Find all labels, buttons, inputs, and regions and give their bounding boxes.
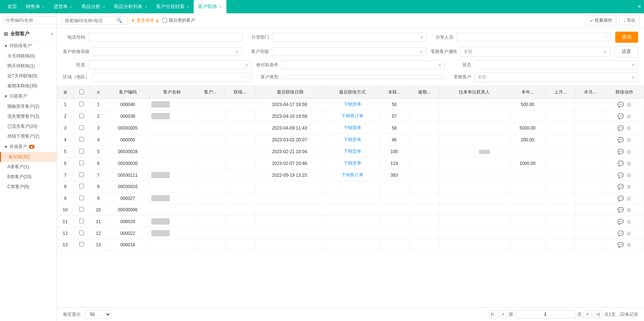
last-method-link[interactable]: 下销货单 [344, 149, 361, 154]
tab-customer-segment[interactable]: 客户分层经客 × [152, 0, 194, 13]
grid-action-icon[interactable]: ⊞ [627, 160, 631, 166]
staff-select[interactable]: ··· [456, 33, 611, 42]
message-icon[interactable]: 💬 [617, 195, 624, 201]
sidebar-item-overdue-pending[interactable]: 逾期未联络(30) [0, 81, 57, 91]
last-method-link[interactable]: 下销货单 [344, 160, 361, 166]
grid-action-icon[interactable]: ⊞ [627, 230, 631, 236]
last-method-link[interactable]: 下销货单 [344, 125, 361, 130]
sidebar-group-pending-title[interactable]: ▼ 待联络客户 [0, 40, 57, 51]
sidebar-item-today-pending[interactable]: 今天待联络(0) [0, 51, 57, 61]
grid-action-icon[interactable]: ⊞ [627, 113, 631, 119]
grid-action-icon[interactable]: ⊞ [627, 195, 631, 201]
dept-select[interactable]: ∨ [272, 33, 427, 42]
sidebar-item-churn-warning[interactable]: 流失预警客户(3) [0, 112, 57, 121]
sidebar-group-value-title[interactable]: ▼ 价值客户 ● [0, 141, 57, 152]
tab-analysis-list[interactable]: 商品分析列表 × [109, 0, 151, 13]
grid-action-icon[interactable]: ⊞ [627, 172, 631, 178]
window-close-button[interactable]: × [638, 3, 641, 10]
sidebar-item-class-a[interactable]: A类客户(1) [0, 162, 57, 172]
retail-attr-select[interactable]: 全部 ∨ [460, 47, 610, 57]
sidebar-item-tomorrow-pending[interactable]: 明天待联络(1) [0, 61, 57, 71]
tab-customer-contact[interactable]: 客户联络 × [194, 0, 226, 13]
sidebar-item-declining[interactable]: 持续下滑客户(2) [0, 131, 57, 141]
message-icon[interactable]: 💬 [617, 149, 624, 155]
message-icon[interactable]: 💬 [617, 113, 624, 119]
sidebar-item-class-c[interactable]: C类客户(6) [0, 182, 57, 192]
tab-sales[interactable]: 销售单 × [21, 0, 49, 13]
more-conditions-button[interactable]: ▼ 更多条件 ▲ [131, 17, 159, 24]
grid-action-icon[interactable]: ⊞ [627, 102, 631, 107]
sidebar-item-7day-pending[interactable]: 近7天待联络(0) [0, 71, 57, 81]
row-checkbox[interactable] [79, 102, 84, 106]
last-method-link[interactable]: 下销货单 [344, 137, 361, 142]
message-icon[interactable]: 💬 [617, 242, 624, 248]
grid-action-icon[interactable]: ⊞ [627, 219, 631, 225]
tab-analysis[interactable]: 商品分析 × [77, 0, 109, 13]
message-icon[interactable]: 💬 [617, 184, 624, 190]
message-icon[interactable]: 💬 [617, 102, 624, 107]
grid-action-icon[interactable]: ⊞ [627, 242, 631, 248]
export-button[interactable]: ↓ 导出 [619, 15, 640, 25]
next-page-button[interactable]: > [583, 310, 592, 318]
sidebar-item-hoarding-abnormal[interactable]: 囤购异常客户(2) [0, 102, 57, 112]
gender-select[interactable]: ∨ [88, 60, 252, 69]
search-icon[interactable]: 🔍 [116, 18, 122, 23]
page-size-select[interactable]: 50 100 200 [85, 310, 111, 319]
last-page-button[interactable]: >| [593, 310, 603, 318]
grid-action-icon[interactable]: ⊞ [627, 207, 631, 213]
search-input[interactable] [65, 18, 116, 23]
status-select[interactable]: ∨ [474, 60, 638, 69]
first-page-button[interactable]: |< [488, 310, 497, 318]
reset-button[interactable]: 设置 [615, 46, 638, 57]
message-icon[interactable]: 💬 [617, 125, 624, 131]
row-checkbox[interactable] [79, 160, 84, 165]
sidebar-item-class-b[interactable]: B类客户(33) [0, 172, 57, 182]
tab-home[interactable]: 首页 [3, 0, 21, 13]
row-checkbox[interactable] [79, 149, 84, 154]
grid-action-icon[interactable]: ⊞ [627, 125, 631, 131]
price-level-select[interactable]: ∨ [92, 47, 242, 56]
row-checkbox[interactable] [79, 195, 84, 200]
my-customers-check[interactable] [162, 18, 167, 23]
message-icon[interactable]: 💬 [617, 137, 624, 143]
page-number-input[interactable] [515, 310, 576, 318]
grid-action-icon[interactable]: ⊞ [627, 137, 631, 143]
row-checkbox[interactable] [79, 184, 84, 188]
tab-analysis-close[interactable]: × [103, 4, 105, 9]
customer-level-select[interactable]: ∨ [272, 47, 426, 56]
tab-analysis-list-close[interactable]: × [145, 4, 147, 9]
retail-customer-select[interactable]: 全部 ∨ [474, 72, 638, 82]
row-checkbox[interactable] [79, 125, 84, 130]
name-col-header[interactable]: 客户名称 [149, 86, 195, 99]
query-button[interactable]: 查询 [615, 32, 638, 43]
sidebar-item-lost[interactable]: 已流失客户(24) [0, 121, 57, 131]
message-icon[interactable]: 💬 [617, 160, 624, 166]
settings-col-header[interactable]: ⚙ [57, 86, 74, 99]
select-all-checkbox[interactable] [79, 89, 84, 94]
sidebar-group-problem-title[interactable]: ▼ 问题客户 [0, 91, 57, 102]
region-select[interactable]: ··· [92, 73, 252, 82]
grid-action-icon[interactable]: ⊞ [627, 184, 631, 190]
batch-operation-button[interactable]: ✓ 批量操作 [586, 15, 616, 25]
row-checkbox[interactable] [79, 242, 84, 247]
prev-page-button[interactable]: < [499, 310, 507, 318]
tab-purchase[interactable]: 进货单 × [49, 0, 77, 13]
sidebar-item-ungrouped[interactable]: 未分组(32) [0, 152, 57, 162]
check-col-header[interactable] [74, 86, 90, 99]
payment-select[interactable]: ∨ [281, 60, 445, 69]
tab-customer-contact-close[interactable]: × [219, 4, 222, 9]
row-checkbox[interactable] [79, 219, 84, 223]
row-checkbox[interactable] [79, 230, 84, 235]
row-checkbox[interactable] [79, 207, 84, 212]
message-icon[interactable]: 💬 [617, 207, 624, 213]
sidebar-search-input[interactable] [3, 16, 57, 24]
phone-input[interactable] [88, 33, 243, 42]
message-icon[interactable]: 💬 [617, 219, 624, 225]
all-customers-header[interactable]: ⊞ 全部客户 « [0, 28, 57, 40]
last-method-link[interactable]: 下销售订单 [341, 113, 363, 119]
grid-action-icon[interactable]: ⊞ [627, 149, 631, 155]
tab-sales-close[interactable]: × [42, 4, 45, 9]
customer-type-select[interactable] [281, 75, 445, 79]
tab-purchase-close[interactable]: × [70, 4, 72, 9]
code-col-header[interactable]: 客户编码 [107, 86, 149, 99]
